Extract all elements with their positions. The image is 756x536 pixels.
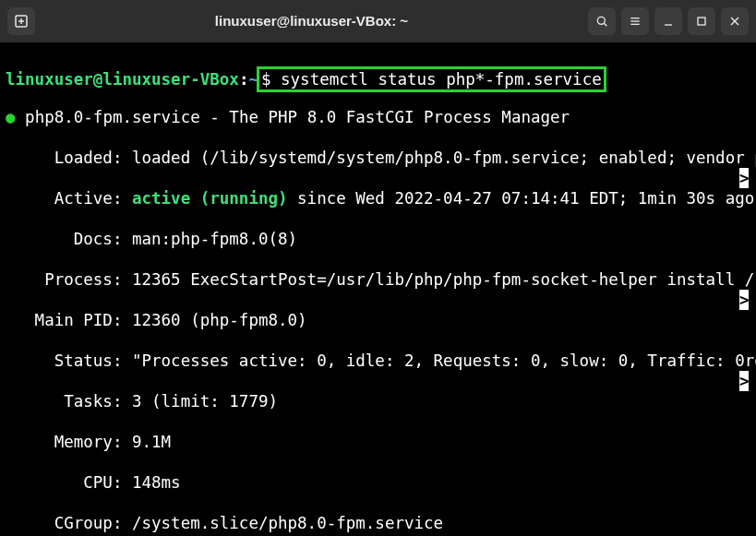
window-titlebar: linuxuser@linuxuser-VBox: ~ [0, 0, 756, 42]
terminal-body[interactable]: linuxuser@linuxuser-VBox:~$ systemctl st… [0, 42, 756, 536]
output-line: Tasks: 3 (limit: 1779) [6, 391, 752, 411]
prompt-dollar: $ [261, 70, 281, 89]
close-button[interactable] [721, 7, 749, 35]
search-button[interactable] [588, 7, 616, 35]
output-line: Main PID: 12360 (php-fpm8.0) [6, 310, 752, 330]
hamburger-menu-button[interactable] [621, 7, 649, 35]
status-bullet-icon: ● [6, 108, 16, 126]
output-line: Process: 12365 ExecStartPost=/usr/lib/ph… [6, 269, 752, 290]
scroll-indicator-icon: > [739, 290, 749, 310]
svg-point-3 [597, 17, 605, 24]
prompt-userhost: linuxuser@linuxuser-VBox [6, 70, 239, 89]
output-line: Docs: man:php-fpm8.0(8) [6, 229, 752, 249]
prompt-colon: : [239, 70, 249, 89]
output-line: CPU: 148ms [6, 472, 752, 493]
output-line: ● php8.0-fpm.service - The PHP 8.0 FastC… [6, 107, 752, 127]
minimize-button[interactable] [654, 7, 682, 35]
output-line: Memory: 9.1M [6, 432, 752, 452]
maximize-button[interactable] [688, 7, 715, 35]
output-line: Loaded: loaded (/lib/systemd/system/php8… [6, 148, 752, 168]
command-highlight-box: $ systemctl status php*-fpm.service [257, 66, 606, 92]
output-line: Active: active (running) since Wed 2022-… [6, 188, 752, 208]
svg-line-4 [604, 23, 606, 26]
prompt-line: linuxuser@linuxuser-VBox:~$ systemctl st… [6, 66, 752, 87]
svg-rect-9 [698, 18, 705, 25]
scroll-indicator-icon: > [739, 371, 749, 391]
new-tab-button[interactable] [7, 7, 35, 35]
command-text: systemctl status php*-fpm.service [281, 70, 602, 89]
window-title: linuxuser@linuxuser-VBox: ~ [41, 11, 582, 31]
output-line: CGroup: /system.slice/php8.0-fpm.service [6, 513, 752, 533]
active-status: active (running) [132, 189, 288, 208]
output-line: Status: "Processes active: 0, idle: 2, R… [6, 351, 752, 371]
scroll-indicator-icon: > [739, 168, 749, 188]
service-header: php8.0-fpm.service - The PHP 8.0 FastCGI… [25, 108, 570, 126]
